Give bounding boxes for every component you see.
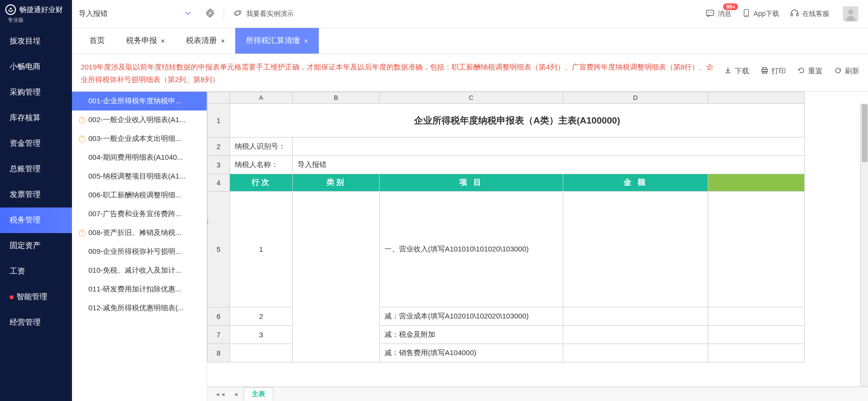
download-button[interactable]: 下载 — [724, 67, 749, 76]
sidebar-item-2[interactable]: 采购管理 — [0, 80, 72, 105]
help-icon[interactable]: ? — [79, 136, 85, 142]
form-list-item-10[interactable]: 011-研发费用加计扣除优惠... — [72, 280, 207, 299]
cell-item-5[interactable]: 一、营业收入(填写A101010\101020\103000) — [380, 192, 563, 307]
cell-amount-5[interactable] — [563, 192, 708, 307]
form-list-item-5[interactable]: 006-职工薪酬纳税调整明细... — [72, 186, 207, 205]
cell-line-5[interactable]: 1 — [230, 192, 293, 307]
sheet-nav-first-icon[interactable]: ◄◄ — [212, 390, 228, 398]
gear-icon[interactable] — [205, 8, 215, 19]
table-header-item[interactable]: 项 目 — [380, 174, 563, 192]
row-head-5[interactable]: 5 — [208, 192, 230, 307]
refresh-button[interactable]: 刷新 — [834, 67, 859, 76]
demo-link[interactable]: 我要看实例演示 — [233, 8, 294, 19]
cell-line-6[interactable]: 2 — [230, 307, 293, 326]
sidebar-item-1[interactable]: 小畅电商 — [0, 54, 72, 80]
col-head-A[interactable]: A — [230, 92, 293, 104]
help-icon[interactable]: ? — [79, 230, 85, 236]
message-button[interactable]: 消息 99+ — [705, 8, 731, 19]
sidebar-item-11[interactable]: 经营管理 — [0, 310, 72, 335]
cell-amount-8[interactable] — [563, 344, 708, 362]
form-list-item-3[interactable]: 004-期间费用明细表(A1040... — [72, 148, 207, 167]
row-head-8[interactable]: 8 — [208, 344, 230, 362]
logo-text: 畅捷通好业财 — [19, 5, 63, 14]
row-head-7[interactable]: 7 — [208, 326, 230, 344]
sidebar-item-5[interactable]: 总账管理 — [0, 156, 72, 182]
cell-extra-8[interactable] — [708, 344, 805, 362]
sidebar-item-7[interactable]: 税务管理 — [0, 207, 72, 233]
cell-taxpayer-id-label[interactable]: 纳税人识别号： — [230, 138, 293, 156]
form-list-item-2[interactable]: ?003-一般企业成本支出明细... — [72, 129, 207, 148]
breadcrumb[interactable]: 导入报错 — [79, 9, 180, 18]
row-head-6[interactable]: 6 — [208, 307, 230, 326]
sheet-nav-prev-icon[interactable]: ◄ — [230, 390, 242, 398]
form-list-item-label: 004-期间费用明细表(A1040... — [88, 153, 183, 162]
close-icon[interactable]: × — [304, 37, 308, 45]
tab-1[interactable]: 税务申报× — [115, 28, 175, 54]
chevron-down-icon[interactable] — [184, 9, 192, 18]
sidebar-item-10[interactable]: 智能管理 — [0, 284, 72, 310]
cell-item-6[interactable]: 减：营业成本(填写A102010\102020\103000) — [380, 307, 563, 326]
cell-extra-5[interactable] — [708, 192, 805, 307]
side-menu: 扳攻目埕小畅电商采购管理库存核算资金管理总账管理发票管理税务管理固定资产工资智能… — [0, 28, 72, 401]
scrollbar-vertical[interactable] — [860, 103, 868, 387]
cell-line-7[interactable]: 3 — [230, 326, 293, 344]
table-header-amount[interactable]: 金 额 — [563, 174, 708, 192]
col-head-C[interactable]: C — [380, 92, 563, 104]
row-head-4[interactable]: 4 — [208, 174, 230, 192]
sidebar-item-0[interactable]: 扳攻目埕 — [0, 28, 72, 54]
cell-category[interactable] — [293, 192, 380, 362]
support-button[interactable]: 在线客服 — [790, 8, 829, 19]
cell-line-8[interactable] — [230, 344, 293, 362]
row-head-2[interactable]: 2 — [208, 138, 230, 156]
sidebar: 畅捷通好业财 专业版 扳攻目埕小畅电商采购管理库存核算资金管理总账管理发票管理税… — [0, 0, 72, 401]
cell-taxpayer-id-value[interactable] — [293, 138, 805, 156]
close-icon[interactable]: × — [221, 37, 225, 45]
sheet-tab-main[interactable]: 主表 — [243, 387, 273, 401]
form-list-item-0[interactable]: 001-企业所得税年度纳税申... — [72, 92, 207, 111]
sheet-title-cell[interactable]: 企业所得税年度纳税申报表（A类）主表(A100000) — [230, 104, 805, 138]
cell-amount-6[interactable] — [563, 307, 708, 326]
cell-extra-7[interactable] — [708, 326, 805, 344]
form-list-item-7[interactable]: ?008-资产折旧、摊销及纳税... — [72, 223, 207, 242]
cell-taxpayer-name-label[interactable]: 纳税人名称： — [230, 156, 293, 174]
table-header-line[interactable]: 行次 — [230, 174, 293, 192]
form-list-item-1[interactable]: ?002-一般企业收入明细表(A1... — [72, 111, 207, 129]
form-list-item-label: 009-企业所得税弥补亏损明... — [88, 247, 182, 256]
cell-taxpayer-name-value[interactable]: 导入报错 — [293, 156, 805, 174]
row-head-1[interactable]: 1 — [208, 104, 230, 138]
col-head-extra[interactable] — [708, 92, 805, 104]
sidebar-item-4[interactable]: 资金管理 — [0, 131, 72, 156]
work-area: 001-企业所得税年度纳税申...?002-一般企业收入明细表(A1...?00… — [72, 91, 868, 401]
tab-0[interactable]: 首页 — [79, 28, 115, 54]
help-icon[interactable]: ? — [79, 117, 85, 124]
tab-3[interactable]: 所得税汇算清缴× — [235, 28, 318, 54]
grid-corner[interactable] — [208, 92, 230, 104]
form-list-item-9[interactable]: 010-免税、减计收入及加计... — [72, 261, 207, 280]
form-list-item-4[interactable]: 005-纳税调整项目明细表(A1... — [72, 167, 207, 186]
collapse-handle-icon[interactable]: 《 — [203, 218, 209, 226]
sidebar-item-3[interactable]: 库存核算 — [0, 105, 72, 131]
phone-icon — [742, 8, 751, 19]
col-head-D[interactable]: D — [563, 92, 708, 104]
print-button[interactable]: 打印 — [761, 67, 786, 76]
cell-extra-6[interactable] — [708, 307, 805, 326]
form-list-item-6[interactable]: 007-广告费和业务宣传费跨... — [72, 205, 207, 223]
table-header-category[interactable]: 类别 — [293, 174, 380, 192]
col-head-B[interactable]: B — [293, 92, 380, 104]
cell-item-7[interactable]: 减：税金及附加 — [380, 326, 563, 344]
sidebar-item-9[interactable]: 工资 — [0, 259, 72, 284]
avatar[interactable] — [843, 6, 858, 22]
tab-2[interactable]: 税表清册× — [175, 28, 235, 54]
sheet-grid[interactable]: ABCD1企业所得税年度纳税申报表（A类）主表(A100000)2纳税人识别号：… — [207, 92, 868, 387]
table-header-extra[interactable] — [708, 174, 805, 192]
app-download-button[interactable]: App下载 — [742, 8, 779, 19]
cell-item-8[interactable]: 减：销售费用(填写A104000) — [380, 344, 563, 362]
close-icon[interactable]: × — [161, 37, 165, 45]
reset-button[interactable]: 重置 — [797, 67, 823, 76]
form-list-item-11[interactable]: 012-减免所得税优惠明细表(... — [72, 299, 207, 318]
sidebar-item-6[interactable]: 发票管理 — [0, 182, 72, 207]
sidebar-item-8[interactable]: 固定资产 — [0, 233, 72, 259]
row-head-3[interactable]: 3 — [208, 156, 230, 174]
form-list-item-8[interactable]: 009-企业所得税弥补亏损明... — [72, 242, 207, 261]
cell-amount-7[interactable] — [563, 326, 708, 344]
